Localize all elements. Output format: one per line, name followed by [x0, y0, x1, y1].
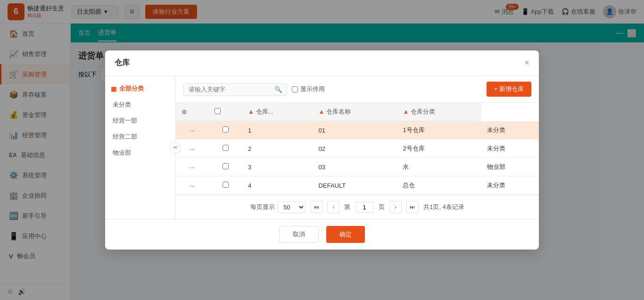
- category-item-unclassified[interactable]: 未分类: [105, 97, 175, 113]
- search-icon[interactable]: 🔍: [274, 86, 282, 93]
- modal-footer: 取消 确定: [105, 219, 539, 250]
- row-checkbox-4[interactable]: [209, 176, 243, 195]
- row-name-3: 水: [397, 158, 481, 176]
- row-id-3: 3: [242, 158, 313, 176]
- category-header: ▦ 全部分类: [105, 81, 175, 97]
- add-warehouse-button[interactable]: + 新增仓库: [487, 82, 531, 97]
- row-id-4: 4: [242, 176, 313, 195]
- last-page-button[interactable]: ⏭: [406, 201, 419, 213]
- row-name-2: 2号仓库: [397, 140, 481, 158]
- modal-close-button[interactable]: ×: [524, 58, 529, 68]
- page-unit: 页: [379, 203, 385, 211]
- col-code: ▲ 仓库...: [242, 103, 313, 121]
- sort-icon: ▲: [248, 108, 254, 115]
- table-toolbar: 🔍 显示停用 + 新增仓库: [176, 76, 539, 103]
- row-id-1: 1: [242, 121, 313, 140]
- category-panel: ▦ 全部分类 未分类 经营一部 经营二部 物业部 ≪: [105, 76, 176, 219]
- next-page-button[interactable]: ›: [389, 201, 402, 213]
- page-summary: 共1页, 4条记录: [423, 203, 464, 211]
- warehouse-table: ⚙ ▲ 仓库... ▲ 仓库名称: [176, 103, 539, 195]
- search-box: 🔍: [183, 83, 287, 96]
- col-category: ▲ 仓库分类: [397, 103, 481, 121]
- category-collapse-button[interactable]: ≪: [170, 142, 181, 153]
- modal-body: ▦ 全部分类 未分类 经营一部 经营二部 物业部 ≪ 🔍: [105, 76, 539, 219]
- row-checkbox-3[interactable]: [209, 158, 243, 176]
- modal-overlay: 仓库 × ▦ 全部分类 未分类 经营一部 经营二部 物业部 ≪: [0, 0, 644, 300]
- page-word: 第: [344, 203, 350, 211]
- search-input[interactable]: [189, 86, 274, 93]
- row-category-2: 未分类: [481, 140, 539, 158]
- row-category-1: 未分类: [481, 121, 539, 140]
- warehouse-table-scroll: ⚙ ▲ 仓库... ▲ 仓库名称: [176, 103, 539, 195]
- prev-page-button[interactable]: ‹: [327, 201, 339, 213]
- table-panel: 🔍 显示停用 + 新增仓库 ⚙: [176, 76, 539, 219]
- col-gear: ⚙: [176, 103, 209, 121]
- per-page-label: 每页显示: [250, 203, 275, 211]
- row-name-1: 1号仓库: [397, 121, 481, 140]
- col-name: ▲ 仓库名称: [313, 103, 397, 121]
- row-gear-3: ···: [176, 158, 209, 176]
- per-page-dropdown[interactable]: 50 20 100: [277, 201, 305, 213]
- table-row[interactable]: ··· 1 01 1号仓库 未分类: [176, 121, 539, 140]
- row-code-3: 03: [313, 158, 397, 176]
- first-page-button[interactable]: ⏮: [310, 201, 322, 213]
- row-gear-4: ···: [176, 176, 209, 195]
- warehouse-modal: 仓库 × ▦ 全部分类 未分类 经营一部 经营二部 物业部 ≪: [105, 50, 539, 250]
- table-row[interactable]: ··· 3 03 水 物业部: [176, 158, 539, 176]
- modal-title: 仓库: [115, 58, 130, 68]
- table-row[interactable]: ··· 2 02 2号仓库 未分类: [176, 140, 539, 158]
- category-item-property[interactable]: 物业部: [105, 145, 175, 161]
- row-category-4: 未分类: [481, 176, 539, 195]
- row-gear-1: ···: [176, 121, 209, 140]
- show-disabled-checkbox[interactable]: 显示停用: [292, 85, 325, 93]
- sort-icon-name: ▲: [319, 108, 325, 115]
- show-disabled-check[interactable]: [292, 86, 298, 92]
- category-header-label: 全部分类: [119, 84, 144, 93]
- row-category-3: 物业部: [481, 158, 539, 176]
- table-row[interactable]: ··· 4 DEFAULT 总仓 未分类: [176, 176, 539, 195]
- row-name-4: 总仓: [397, 176, 481, 195]
- row-checkbox-2[interactable]: [209, 140, 243, 158]
- confirm-button[interactable]: 确定: [326, 226, 365, 243]
- modal-header: 仓库 ×: [105, 50, 539, 76]
- cancel-button[interactable]: 取消: [279, 226, 319, 243]
- row-code-4: DEFAULT: [313, 176, 397, 195]
- row-checkbox-1[interactable]: [209, 121, 243, 140]
- page-number-input[interactable]: [355, 202, 374, 213]
- pagination: 每页显示 50 20 100 ⏮ ‹ 页 第 页 › ⏭ 共: [176, 195, 539, 219]
- row-code-2: 02: [313, 140, 397, 158]
- sort-icon-cat: ▲: [403, 108, 409, 115]
- page-size-select: 每页显示 50 20 100: [250, 201, 305, 213]
- row-id-2: 2: [242, 140, 313, 158]
- category-item-ops2[interactable]: 经营二部: [105, 129, 175, 145]
- row-code-1: 01: [313, 121, 397, 140]
- col-checkbox: [209, 103, 243, 121]
- grid-icon: ▦: [111, 85, 116, 92]
- category-item-ops1[interactable]: 经营一部: [105, 113, 175, 129]
- show-disabled-label: 显示停用: [300, 85, 325, 93]
- select-all-checkbox[interactable]: [215, 108, 221, 114]
